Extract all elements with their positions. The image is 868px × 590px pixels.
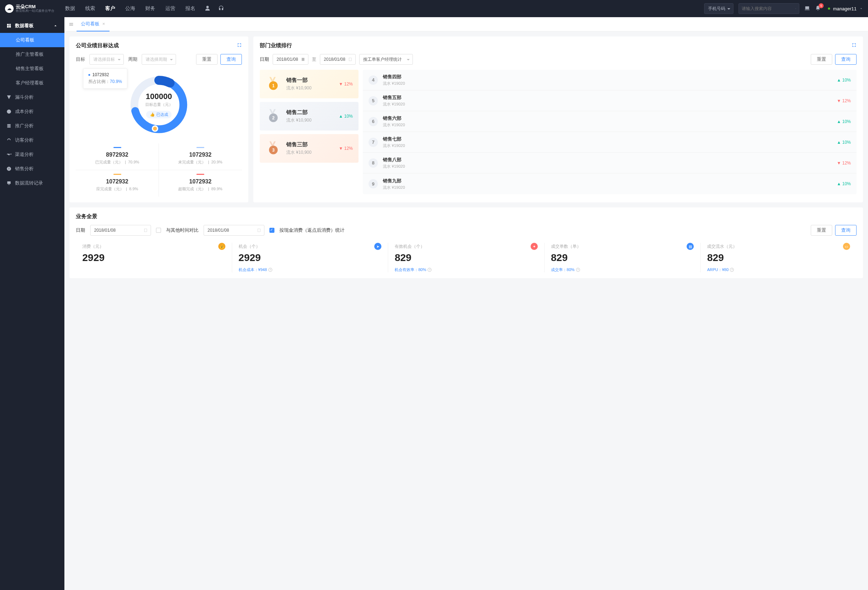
menu-item-icon: [6, 95, 12, 100]
rank-top3: 3销售三部流水 ¥10,900▼ 12%: [260, 134, 359, 163]
search-input[interactable]: [742, 6, 796, 11]
kpi-icon: ▭: [843, 243, 850, 250]
nav-item[interactable]: 客户: [105, 5, 115, 12]
reset-button[interactable]: 重置: [811, 225, 832, 235]
nav-item[interactable]: 报名: [185, 5, 195, 12]
sidebar-item[interactable]: 推广分析: [0, 119, 64, 133]
menu-item-icon: [6, 138, 12, 143]
brand-secondary: 教育机构一站式服务云平台: [16, 9, 55, 13]
logo: ☁ 云朵CRM 教育机构一站式服务云平台: [5, 4, 55, 13]
sidebar-item[interactable]: 访客分析: [0, 133, 64, 147]
nav-item[interactable]: 线索: [85, 5, 95, 12]
sidebar-item[interactable]: 成本分析: [0, 104, 64, 119]
calendar-icon: [257, 228, 261, 232]
help-icon[interactable]: ?: [730, 268, 734, 272]
date-to-input[interactable]: 2018/01/08: [320, 54, 356, 65]
user-menu[interactable]: manager11: [828, 6, 863, 12]
monitor-icon[interactable]: [804, 5, 810, 12]
sidebar-item[interactable]: 客户经理看板: [0, 76, 64, 90]
select-period[interactable]: 请选择周期: [142, 54, 176, 65]
expand-icon[interactable]: [237, 43, 242, 49]
rank-row: 6销售六部流水 ¥19020▲ 10%: [363, 111, 856, 132]
compare-checkbox[interactable]: [156, 228, 161, 233]
menu-item-icon: [6, 166, 12, 171]
metric: 1072932超额完成（元） | 89.9%: [159, 170, 242, 197]
help-icon[interactable]: ?: [428, 268, 431, 272]
tabs-bar: 公司看板 ×: [64, 17, 868, 31]
help-icon[interactable]: ?: [268, 268, 272, 272]
tab-label: 公司看板: [81, 21, 99, 27]
target-total: 100000: [145, 92, 173, 101]
help-icon[interactable]: ?: [576, 268, 580, 272]
svg-rect-13: [258, 229, 260, 232]
search-box: [738, 3, 799, 14]
stat-label: 按现金消费（返点后消费）统计: [279, 227, 345, 234]
rank-top2: 2销售二部流水 ¥10,900▲ 10%: [260, 102, 359, 131]
date-to-label: 至: [312, 56, 316, 63]
menu-icon[interactable]: [69, 22, 74, 27]
label-period: 周期: [128, 56, 137, 63]
sidebar-item[interactable]: 销售主管看板: [0, 62, 64, 76]
nav-item[interactable]: 财务: [145, 5, 155, 12]
query-button[interactable]: 查询: [835, 54, 856, 65]
kpi: 有效机会（个）✦829机会有效率：80%?: [388, 243, 545, 272]
kpi: 成交单数（单）▤829成交率：80%?: [545, 243, 701, 272]
rank-row: 5销售五部流水 ¥19020▼ 12%: [363, 90, 856, 111]
menu-item-icon: [6, 152, 12, 157]
kpi-icon: ✦: [531, 243, 538, 250]
chevron-up-icon: [53, 23, 58, 28]
menu-item-icon: [6, 109, 12, 114]
close-icon[interactable]: ×: [102, 21, 105, 26]
bell-icon[interactable]: 5: [815, 5, 821, 12]
nav-item[interactable]: 运营: [165, 5, 175, 12]
rank-row: 9销售九部流水 ¥19020▲ 10%: [363, 174, 856, 194]
chevron-down-icon: [859, 7, 863, 10]
sidebar-item[interactable]: 漏斗分析: [0, 90, 64, 104]
reset-button[interactable]: 重置: [811, 54, 832, 65]
menu-item-icon: [6, 124, 12, 128]
card-target: 公司业绩目标达成 目标 请选择目标 周期 请选择周期 重置 查询: [69, 37, 248, 202]
card-overview: 业务全景 日期 2018/01/08 与其他时间对比 2018/01/08 按现…: [69, 207, 863, 278]
sidebar-item[interactable]: 推广主管看板: [0, 47, 64, 62]
select-goal[interactable]: 请选择目标: [89, 54, 124, 65]
dashboard-icon: [6, 23, 12, 28]
notif-badge: 5: [819, 3, 824, 8]
overview-date-input[interactable]: 2018/01/08: [90, 225, 151, 235]
sidebar-item[interactable]: 公司看板: [0, 33, 64, 47]
cloud-icon: ☁: [5, 4, 13, 13]
medal-icon: 3: [266, 141, 281, 156]
medal-icon: 2: [266, 108, 281, 124]
stat-checkbox[interactable]: [269, 228, 275, 233]
user-icon[interactable]: [205, 5, 210, 12]
headset-icon[interactable]: [218, 5, 224, 12]
sidebar-group-label: 数据看板: [15, 22, 34, 29]
reset-button[interactable]: 重置: [196, 54, 217, 65]
topbar: ☁ 云朵CRM 教育机构一站式服务云平台 数据线索客户公海财务运营报名 手机号码…: [0, 0, 868, 17]
compare-label: 与其他时间对比: [166, 227, 199, 234]
sort-select[interactable]: 按工单客户经理统计: [359, 54, 413, 65]
calendar-icon: [143, 228, 148, 232]
search-type-select[interactable]: 手机号码: [704, 3, 734, 14]
kpi-icon: ▤: [686, 243, 694, 250]
tab-company-board[interactable]: 公司看板 ×: [77, 17, 109, 31]
rank-row: 8销售八部流水 ¥19020▼ 12%: [363, 153, 856, 174]
kpi-icon: ➤: [374, 243, 381, 250]
kpi: 机会（个）➤2929机会成本：¥948?: [232, 243, 388, 272]
rank-top1: 1销售一部流水 ¥10,900▼ 12%: [260, 70, 359, 99]
nav-item[interactable]: 数据: [65, 5, 75, 12]
query-button[interactable]: 查询: [220, 54, 242, 65]
search-icon[interactable]: [796, 6, 796, 11]
sidebar-item[interactable]: 渠道分析: [0, 147, 64, 162]
top-quick-icons: [205, 5, 224, 12]
username: manager11: [833, 6, 856, 12]
expand-icon[interactable]: [852, 43, 856, 49]
sidebar-group-dashboard[interactable]: 数据看板: [0, 19, 64, 33]
card-target-title: 公司业绩目标达成: [76, 42, 119, 49]
nav-item[interactable]: 公海: [125, 5, 135, 12]
compare-date-input[interactable]: 2018/01/08: [204, 225, 264, 235]
date-from-input[interactable]: 2018/01/08: [273, 54, 309, 65]
sidebar-item[interactable]: 数据流转记录: [0, 176, 64, 190]
sidebar-item[interactable]: 销售分析: [0, 162, 64, 176]
svg-rect-12: [145, 229, 147, 232]
query-button[interactable]: 查询: [835, 225, 856, 235]
